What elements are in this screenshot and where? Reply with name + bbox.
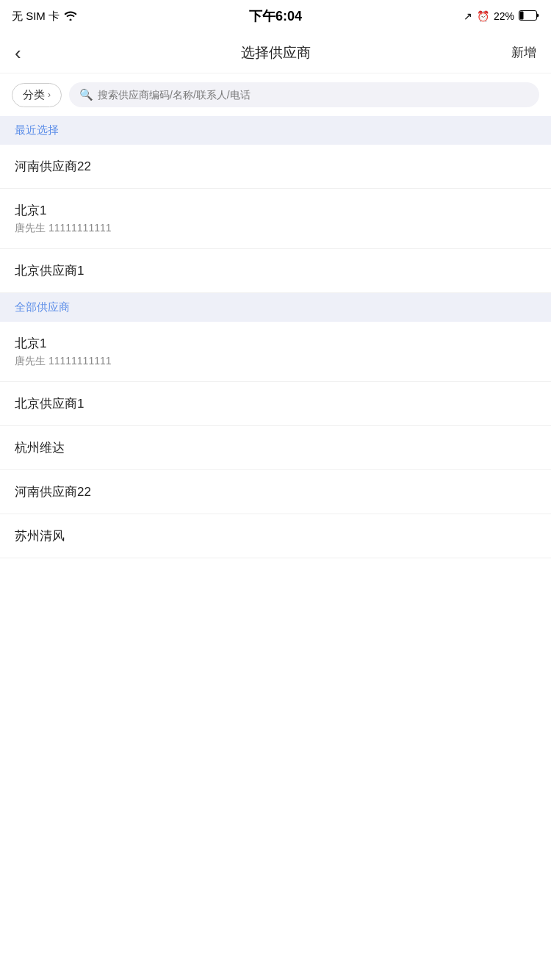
wifi-icon <box>64 10 77 23</box>
sim-label: 无 SIM 卡 <box>12 10 60 24</box>
list-item[interactable]: 北京供应商1 <box>0 382 551 426</box>
svg-rect-1 <box>520 11 524 19</box>
supplier-name: 杭州维达 <box>15 439 536 456</box>
supplier-name: 北京1 <box>15 335 536 352</box>
list-item[interactable]: 杭州维达 <box>0 426 551 470</box>
status-left: 无 SIM 卡 <box>12 10 77 24</box>
battery-label: 22% <box>494 10 514 22</box>
page-title: 选择供应商 <box>241 43 311 62</box>
search-input[interactable] <box>98 89 529 101</box>
all-section-header: 全部供应商 <box>0 293 551 322</box>
list-item[interactable]: 北京1唐先生 11111111111 <box>0 189 551 249</box>
location-icon: ↗ <box>464 10 472 22</box>
nav-bar: ‹ 选择供应商 新增 <box>0 32 551 73</box>
status-time: 下午6:04 <box>249 7 302 25</box>
list-item[interactable]: 苏州清风 <box>0 514 551 558</box>
recent-list: 河南供应商22北京1唐先生 11111111111北京供应商1 <box>0 145 551 293</box>
supplier-name: 北京供应商1 <box>15 262 536 279</box>
status-bar: 无 SIM 卡 下午6:04 ↗ ⏰ 22% <box>0 0 551 32</box>
recent-section-label: 最近选择 <box>15 123 59 136</box>
alarm-icon: ⏰ <box>477 10 489 22</box>
back-button[interactable]: ‹ <box>15 43 21 62</box>
filter-bar: 分类 › 🔍 <box>0 73 551 116</box>
chevron-right-icon: › <box>48 90 51 100</box>
all-section-label: 全部供应商 <box>15 300 70 313</box>
battery-icon <box>519 10 539 23</box>
list-item[interactable]: 北京供应商1 <box>0 249 551 293</box>
list-item[interactable]: 河南供应商22 <box>0 145 551 189</box>
recent-section-header: 最近选择 <box>0 116 551 145</box>
all-list: 北京1唐先生 11111111111北京供应商1杭州维达河南供应商22苏州清风 <box>0 322 551 558</box>
search-box[interactable]: 🔍 <box>69 82 539 107</box>
supplier-contact: 唐先生 11111111111 <box>15 222 536 235</box>
list-item[interactable]: 北京1唐先生 11111111111 <box>0 322 551 382</box>
category-label: 分类 <box>23 88 45 102</box>
status-right: ↗ ⏰ 22% <box>464 10 539 23</box>
supplier-name: 北京1 <box>15 202 536 219</box>
search-icon: 🔍 <box>79 88 93 101</box>
category-filter-button[interactable]: 分类 › <box>12 83 62 107</box>
add-action-button[interactable]: 新增 <box>511 44 536 61</box>
supplier-name: 河南供应商22 <box>15 158 536 175</box>
supplier-name: 河南供应商22 <box>15 483 536 500</box>
supplier-name: 苏州清风 <box>15 527 536 544</box>
supplier-contact: 唐先生 11111111111 <box>15 355 536 368</box>
supplier-name: 北京供应商1 <box>15 395 536 412</box>
list-item[interactable]: 河南供应商22 <box>0 470 551 514</box>
